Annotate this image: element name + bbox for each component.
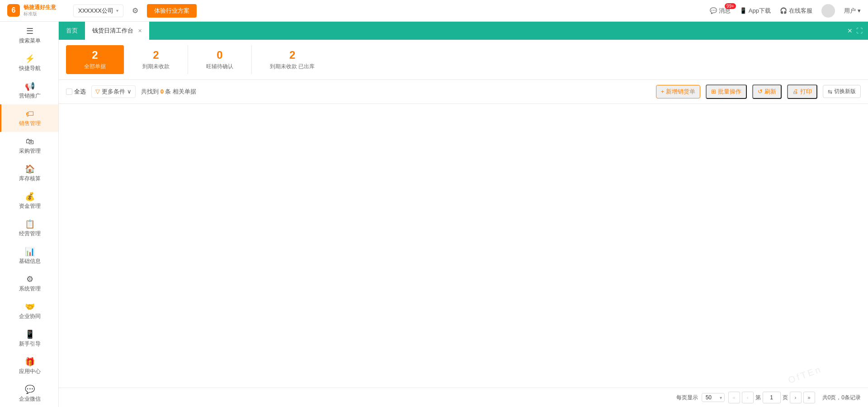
sales-icon: 🏷 [26, 110, 34, 118]
batch-icon: ⊞ [711, 88, 716, 95]
batch-btn[interactable]: ⊞ 批量操作 [706, 84, 747, 99]
sidebar-item-sales[interactable]: 🏷 销售管理 [0, 104, 58, 132]
sales-label: 销售管理 [19, 120, 41, 127]
message-icon: 💬 [710, 7, 717, 14]
new-sale-btn[interactable]: + 新增销货单 [656, 85, 700, 98]
switch-btn[interactable]: ⇆ 切换新版 [823, 85, 861, 98]
stat-card-3[interactable]: 2 到期未收款 已出库 [252, 45, 333, 74]
wechat-icon: 💬 [25, 385, 35, 393]
stat-card-0[interactable]: 2 全部单据 [66, 45, 124, 74]
select-all-label[interactable]: 全选 [66, 88, 86, 96]
experience-btn[interactable]: 体验行业方案 [147, 4, 197, 18]
service-label: 在线客服 [789, 7, 812, 15]
stat-card-1[interactable]: 2 到期未收款 [124, 45, 188, 74]
stat-card-2[interactable]: 0 旺辅待确认 [188, 45, 252, 74]
operations-icon: 📋 [25, 220, 35, 228]
sidebar-item-search-menu[interactable]: ☰ 搜索菜单 [0, 22, 58, 49]
settings-icon[interactable]: ⚙ [129, 5, 142, 17]
filter-btn[interactable]: ▽ 更多条件 ∨ [91, 85, 136, 98]
cooperation-label: 企业协同 [19, 313, 41, 320]
per-page-label: 每页显示 [676, 394, 698, 402]
message-btn[interactable]: 💬 消息 99+ [710, 7, 731, 15]
content: 2 全部单据 2 到期未收款 0 旺辅待确认 2 到期未收款 已出库 全选 ▽ [59, 40, 868, 407]
marketing-icon: 📢 [25, 82, 35, 90]
stat-label-3: 到期未收款 已出库 [270, 63, 315, 70]
page-input[interactable] [763, 392, 781, 403]
purchase-label: 采购管理 [19, 147, 41, 155]
tab-workbench[interactable]: 钱货日清工作台 ✕ [85, 22, 149, 40]
per-page-select[interactable]: 20 50 100 [702, 393, 725, 402]
page-next-btn[interactable]: › [790, 392, 802, 403]
company-name: XXXXXX公司 [78, 7, 113, 15]
page-unit: 页 [783, 394, 788, 402]
finance-icon: 💰 [25, 192, 35, 201]
refresh-label: 刷新 [764, 88, 776, 96]
refresh-icon: ↺ [758, 88, 763, 95]
guide-icon: 📱 [25, 330, 35, 338]
tab-minimize-icon[interactable]: ✕ [847, 27, 853, 34]
page-label: 第 [755, 394, 761, 402]
sidebar-item-quick-nav[interactable]: ⚡ 快捷导航 [0, 49, 58, 77]
system-label: 系统管理 [19, 285, 41, 293]
base-info-label: 基础信息 [19, 257, 41, 265]
switch-icon: ⇆ [828, 89, 832, 95]
message-badge: 99+ [725, 3, 736, 9]
company-selector[interactable]: XXXXXX公司 ▾ [73, 5, 123, 17]
sidebar-item-marketing[interactable]: 📢 营销推广 [0, 77, 58, 104]
print-btn[interactable]: 🖨 打印 [787, 84, 817, 99]
logo-icon: 6 [7, 4, 20, 17]
purchase-icon: 🛍 [26, 137, 34, 145]
quick-nav-label: 快捷导航 [19, 65, 41, 72]
tab-maximize-icon[interactable]: ⛶ [856, 27, 863, 34]
app-center-icon: 🎁 [25, 358, 35, 366]
page-prev-btn[interactable]: ‹ [742, 392, 754, 403]
page-nav: « ‹ 第 页 › » [728, 392, 815, 403]
per-page-wrapper: 20 50 100 [702, 393, 725, 402]
select-all-text: 全选 [74, 88, 86, 96]
sidebar-item-cooperation[interactable]: 🤝 企业协同 [0, 297, 58, 325]
sidebar-item-purchase[interactable]: 🛍 采购管理 [0, 132, 58, 159]
app-download-btn[interactable]: 📱 App下载 [740, 7, 771, 15]
operations-label: 经营管理 [19, 230, 41, 238]
avatar[interactable] [821, 4, 835, 18]
toolbar: 全选 ▽ 更多条件 ∨ 共找到 0 条 相关单据 + 新增销货单 [59, 80, 868, 104]
page-first-btn[interactable]: « [728, 392, 740, 403]
sidebar-item-wechat[interactable]: 💬 企业微信 [0, 380, 58, 407]
service-icon: 🎧 [780, 7, 787, 14]
inventory-label: 库存核算 [19, 175, 41, 182]
sidebar-item-app-center[interactable]: 🎁 应用中心 [0, 352, 58, 380]
found-text: 共找到 0 条 相关单据 [141, 88, 196, 96]
system-icon: ⚙ [26, 275, 33, 283]
sidebar-item-base-info[interactable]: 📊 基础信息 [0, 242, 58, 270]
cooperation-icon: 🤝 [25, 303, 35, 311]
sidebar-item-inventory[interactable]: 🏠 库存核算 [0, 159, 58, 187]
refresh-btn[interactable]: ↺ 刷新 [752, 84, 782, 99]
stat-number-2: 0 [217, 49, 222, 62]
page-last-btn[interactable]: » [803, 392, 815, 403]
stat-number-0: 2 [92, 49, 98, 62]
online-service-btn[interactable]: 🎧 在线客服 [780, 7, 812, 15]
sidebar-item-finance[interactable]: 💰 资金管理 [0, 187, 58, 215]
select-all-checkbox[interactable] [66, 89, 72, 95]
quick-nav-icon: ⚡ [25, 55, 35, 63]
tab-home[interactable]: 首页 [59, 22, 85, 40]
filter-label: 更多条件 [102, 88, 125, 96]
tab-controls: ✕ ⛶ [847, 27, 868, 34]
logo-area: 6 畅捷通好生意 标准版 [7, 4, 66, 17]
stat-label-2: 旺辅待确认 [206, 63, 233, 70]
found-unit: 条 [165, 88, 171, 95]
tab-home-label: 首页 [66, 27, 78, 35]
sidebar-item-guide[interactable]: 📱 新手引导 [0, 325, 58, 352]
tab-close-icon[interactable]: ✕ [138, 28, 142, 34]
sidebar-item-operations[interactable]: 📋 经营管理 [0, 215, 58, 242]
guide-label: 新手引导 [19, 340, 41, 348]
stat-label-0: 全部单据 [84, 63, 106, 70]
table-area: OfTEn [59, 104, 868, 388]
sidebar-item-system[interactable]: ⚙ 系统管理 [0, 270, 58, 297]
user-name[interactable]: 用户 ▾ [844, 7, 861, 15]
layout: ☰ 搜索菜单 ⚡ 快捷导航 📢 营销推广 🏷 销售管理 🛍 采购管理 🏠 库存核… [0, 22, 868, 407]
user-label: 用户 [844, 7, 856, 15]
tab-bar: 首页 钱货日清工作台 ✕ ✕ ⛶ [59, 22, 868, 40]
app-download-label: App下载 [749, 7, 771, 15]
main-area: 首页 钱货日清工作台 ✕ ✕ ⛶ 2 全部单据 2 到期未收款 0 旺辅待确认 [59, 22, 868, 407]
